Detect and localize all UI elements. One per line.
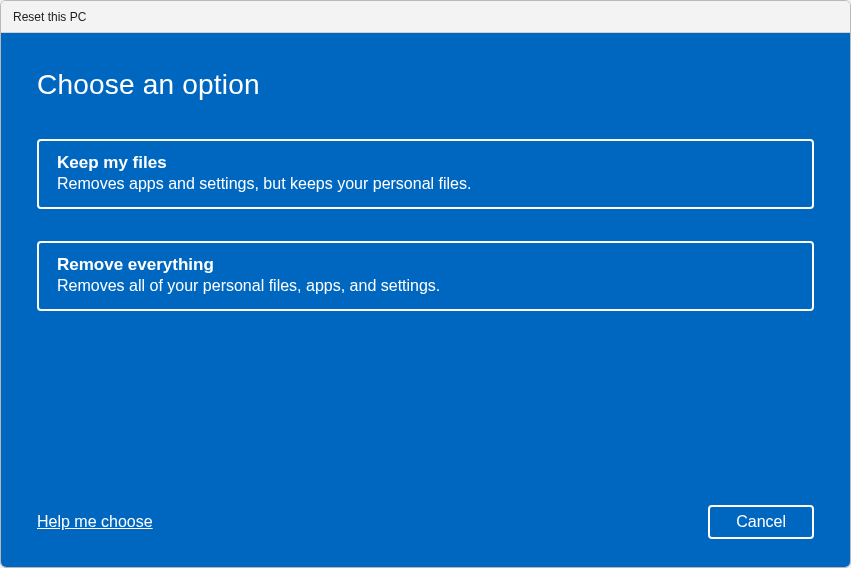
option-remove-everything[interactable]: Remove everything Removes all of your pe…	[37, 241, 814, 311]
option-description: Removes all of your personal files, apps…	[57, 277, 794, 295]
option-description: Removes apps and settings, but keeps you…	[57, 175, 794, 193]
option-title: Keep my files	[57, 153, 794, 173]
page-heading: Choose an option	[37, 69, 814, 101]
window-title: Reset this PC	[13, 10, 86, 24]
footer: Help me choose Cancel	[37, 505, 814, 539]
option-keep-my-files[interactable]: Keep my files Removes apps and settings,…	[37, 139, 814, 209]
content-area: Choose an option Keep my files Removes a…	[1, 33, 850, 567]
cancel-button[interactable]: Cancel	[708, 505, 814, 539]
option-title: Remove everything	[57, 255, 794, 275]
help-me-choose-link[interactable]: Help me choose	[37, 513, 153, 531]
reset-pc-window: Reset this PC Choose an option Keep my f…	[0, 0, 851, 568]
titlebar: Reset this PC	[1, 1, 850, 33]
